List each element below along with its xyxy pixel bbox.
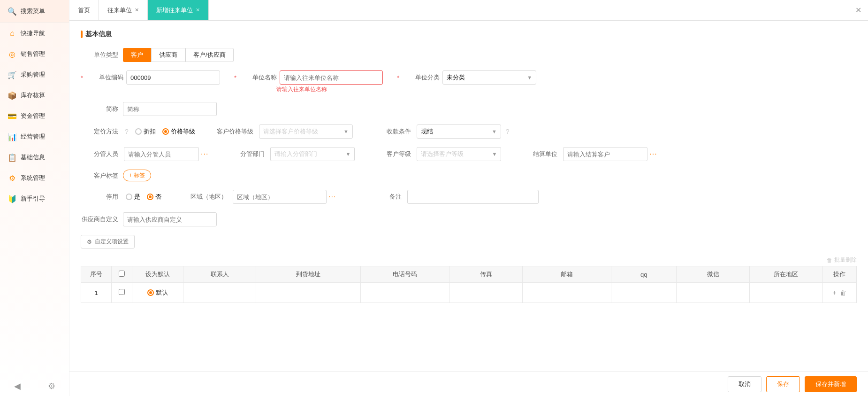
row-region-input[interactable]: [767, 286, 805, 300]
finance-icon: 💳: [8, 111, 17, 121]
sidebar-item-sales[interactable]: ◎ 销售管理: [0, 44, 69, 64]
radio-yes[interactable]: 是: [126, 193, 140, 201]
type-btn-customer[interactable]: 客户: [123, 48, 151, 62]
email-input[interactable]: [543, 286, 590, 300]
type-btn-supplier[interactable]: 供应商: [151, 48, 185, 62]
cpl-arrow: ▼: [343, 129, 349, 134]
th-checkbox: [112, 266, 132, 283]
pricing-radio-group: 折扣 价格等级: [135, 127, 195, 136]
address-input[interactable]: [280, 286, 336, 300]
unit-code-input[interactable]: [126, 70, 220, 85]
tab-partner-close[interactable]: ✕: [135, 7, 139, 13]
supplier-custom-input[interactable]: [123, 212, 217, 226]
batch-delete-label[interactable]: 批量删除: [834, 256, 857, 264]
payment-select[interactable]: 现结 ▼: [417, 124, 501, 139]
section-bar: [81, 31, 83, 38]
row-default-radio[interactable]: 默认: [135, 288, 180, 297]
sidebar-item-operations[interactable]: 📊 经营管理: [0, 126, 69, 147]
wechat-input[interactable]: [694, 286, 732, 300]
tab-home-label: 首页: [78, 6, 90, 15]
settle-input[interactable]: [563, 147, 647, 161]
radio-no[interactable]: 否: [147, 193, 161, 201]
abbr-input[interactable]: [123, 102, 217, 116]
payment-help-icon[interactable]: ?: [506, 128, 510, 135]
sidebar-item-label: 采购管理: [21, 70, 45, 79]
row-fax: [449, 283, 523, 303]
row-add-icon[interactable]: +: [832, 289, 836, 296]
region-dots[interactable]: ···: [328, 193, 336, 201]
manager-dots[interactable]: ···: [201, 150, 208, 158]
row-disabled-region: 停用 是 否 区域（地区） ···: [81, 190, 857, 204]
customer-price-level-field: 客户价格等级 请选择客户价格等级 ▼: [216, 124, 353, 139]
phone-input[interactable]: [381, 286, 428, 300]
tab-partner[interactable]: 往来单位 ✕: [99, 0, 148, 20]
customize-settings-btn[interactable]: ⚙ 自定义项设置: [81, 235, 135, 248]
row-default-circle: [147, 289, 154, 296]
sidebar-item-guide[interactable]: 🔰 新手引导: [0, 188, 69, 209]
unit-type-label: 单位类型: [81, 51, 118, 59]
th-action: 操作: [822, 266, 856, 283]
unit-name-input[interactable]: [280, 70, 383, 85]
row-delete-icon[interactable]: 🗑: [840, 289, 846, 296]
remark-input[interactable]: [407, 190, 539, 204]
sidebar-item-label: 新手引导: [21, 194, 45, 203]
row-index: 1: [81, 283, 112, 303]
tab-close-all[interactable]: ✕: [849, 6, 868, 15]
tab-home[interactable]: 首页: [69, 0, 99, 20]
radio-no-label: 否: [155, 193, 161, 201]
select-all-checkbox[interactable]: [119, 271, 125, 277]
pricing-help-icon[interactable]: ?: [125, 128, 129, 135]
region-input[interactable]: [233, 190, 327, 204]
settlement-unit-field: 结算单位 ···: [520, 147, 657, 161]
sidebar-item-quick-nav[interactable]: ⌂ 快捷导航: [0, 23, 69, 44]
sidebar-collapse-btn[interactable]: ◀: [0, 376, 35, 396]
sidebar-settings-btn[interactable]: ⚙: [35, 376, 69, 396]
region-input-wrapper: ···: [233, 190, 336, 204]
manager-field: 分管人员 ···: [81, 147, 208, 161]
payment-arrow: ▼: [492, 129, 497, 134]
region-label: 区域（地区）: [190, 193, 227, 201]
sidebar-item-label: 基础信息: [21, 153, 45, 162]
radio-discount[interactable]: 折扣: [135, 127, 156, 136]
dept-select[interactable]: 请输入分管部门 ▼: [270, 147, 355, 161]
guide-icon: 🔰: [8, 194, 17, 203]
fax-input[interactable]: [467, 286, 505, 300]
tab-new-partner-close[interactable]: ✕: [196, 7, 200, 13]
cancel-button[interactable]: 取消: [728, 376, 761, 392]
sidebar-item-label: 销售管理: [21, 50, 45, 58]
th-index: 序号: [81, 266, 112, 283]
qq-input[interactable]: [627, 286, 660, 300]
contact-table-wrapper: 🗑 批量删除 序号 设为默认 联系人 到货地址 电话号码 传真 邮箱 qq: [81, 256, 857, 303]
settle-dots[interactable]: ···: [649, 150, 657, 158]
sidebar-item-purchase[interactable]: 🛒 采购管理: [0, 64, 69, 85]
add-tag-button[interactable]: + 标签: [123, 170, 151, 181]
radio-discount-circle: [135, 128, 142, 135]
inventory-icon: 📦: [8, 91, 17, 100]
cpl-select[interactable]: 请选择客户价格等级 ▼: [259, 124, 353, 139]
settle-input-wrapper: ···: [563, 147, 657, 161]
type-btn-both[interactable]: 客户/供应商: [185, 48, 234, 62]
remark-field: 备注: [364, 190, 539, 204]
sidebar-item-inventory[interactable]: 📦 库存核算: [0, 85, 69, 106]
bottom-bar: 取消 保存 保存并新增: [69, 372, 868, 396]
sidebar-item-basic-info[interactable]: 📋 基础信息: [0, 147, 69, 168]
contact-input[interactable]: [201, 286, 238, 300]
cust-level-select[interactable]: 请选择客户等级 ▼: [417, 147, 501, 161]
row-checkbox[interactable]: [119, 289, 125, 295]
radio-price-level[interactable]: 价格等级: [162, 127, 195, 136]
th-region: 所在地区: [749, 266, 822, 283]
unit-cat-select[interactable]: 未分类 ▼: [442, 70, 536, 85]
manager-input[interactable]: [124, 147, 199, 161]
sidebar-search[interactable]: 🔍 搜索菜单: [0, 0, 69, 23]
department-field: 分管部门 请输入分管部门 ▼: [227, 147, 355, 161]
sidebar-item-system[interactable]: ⚙ 系统管理: [0, 168, 69, 188]
row-address: [256, 283, 361, 303]
cpl-label: 客户价格等级: [216, 127, 253, 136]
sidebar-item-finance[interactable]: 💳 资金管理: [0, 106, 69, 126]
tab-new-partner[interactable]: 新增往来单位 ✕: [148, 0, 209, 20]
save-and-new-button[interactable]: 保存并新增: [805, 376, 857, 392]
unit-name-inner: * 单位名称: [234, 70, 383, 85]
cust-level-arrow: ▼: [492, 151, 497, 157]
save-button[interactable]: 保存: [766, 376, 800, 392]
operations-icon: 📊: [8, 132, 17, 141]
